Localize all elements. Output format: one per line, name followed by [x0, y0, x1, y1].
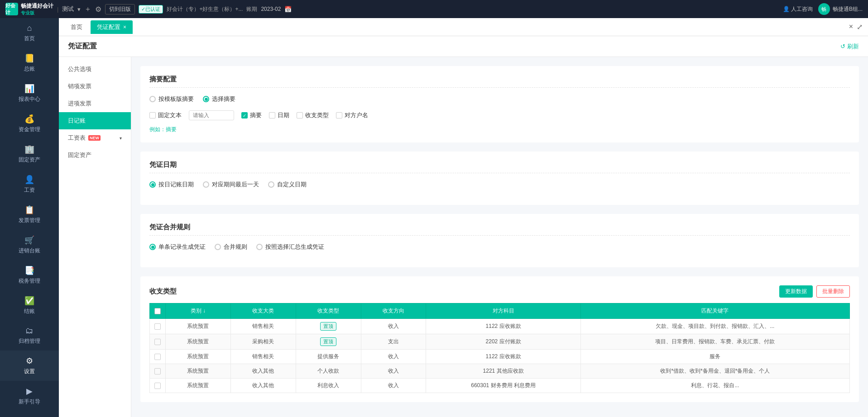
col-header-big-type: 收支大类 [230, 303, 296, 319]
sidebar-label-purchase: 进销台账 [19, 247, 40, 255]
tab-home[interactable]: 首页 [64, 20, 89, 34]
page-header: 凭证配置 ↺ 刷新 [59, 36, 868, 57]
funds-icon: 💰 [24, 114, 34, 124]
checkbox-box-expense [297, 112, 303, 118]
row-checkbox[interactable] [154, 339, 161, 345]
col-header-category: 类别 ↓ [166, 303, 231, 319]
cell-direction: 收入 [361, 350, 426, 364]
radio-circle-merge [215, 244, 221, 250]
update-data-btn[interactable]: 更新数据 [779, 285, 813, 298]
sidebar-item-invoice[interactable]: 📋 发票管理 [0, 199, 59, 230]
sidebar-item-member[interactable]: ♦ 畅会员 [0, 411, 59, 417]
income-expense-section: 收支类型 更新数据 批量删除 [140, 276, 859, 402]
refresh-btn[interactable]: ↺ 刷新 [840, 43, 859, 51]
salary-icon: 👤 [24, 175, 34, 185]
checkbox-date[interactable]: 日期 [269, 111, 289, 119]
page-title: 凭证配置 [68, 42, 97, 51]
period-value: 2023-02 [261, 6, 281, 12]
sidebar-item-assets[interactable]: 🏢 固定资产 [0, 139, 59, 169]
checkbox-row: 固定文本 ✓ 摘要 日期 [149, 110, 850, 120]
dropdown-arrow[interactable]: ▾ [77, 6, 81, 13]
cell-category: 系统预置 [166, 364, 231, 379]
left-nav-purchase-invoice[interactable]: 进项发票 [59, 95, 131, 112]
row-checkbox[interactable] [154, 383, 161, 389]
tab-close-window-icon[interactable]: × [849, 23, 853, 31]
checkbox-box-fixed [149, 112, 156, 118]
sidebar-label-home: 首页 [24, 35, 35, 43]
left-nav-payroll[interactable]: 工资表 NEW ▾ [59, 129, 131, 147]
sidebar-item-archive[interactable]: 🗂 归档管理 [0, 321, 59, 351]
cell-keywords: 项目、日常费用、报销款、车费、承兑汇票、付款 [580, 334, 849, 350]
radio-template[interactable]: 按模板版摘要 [149, 95, 194, 103]
left-nav-public[interactable]: 公共选项 [59, 61, 131, 78]
home-icon: ⌂ [27, 24, 32, 33]
table-row: 系统预置收入其他个人收款收入1221 其他应收款收到*借款、收到*备用金、退回*… [150, 364, 850, 379]
calendar-icon[interactable]: 📅 [284, 6, 292, 13]
cell-keywords: 收到*借款、收到*备用金、退回*备用金、个人 [580, 364, 849, 379]
sidebar-item-funds[interactable]: 💰 资金管理 [0, 109, 59, 139]
checkbox-summary[interactable]: ✓ 摘要 [241, 111, 262, 119]
row-checkbox[interactable] [154, 354, 161, 360]
sidebar-item-home[interactable]: ⌂ 首页 [0, 18, 59, 48]
tab-voucher-config[interactable]: 凭证配置 × [91, 20, 133, 34]
date-radio-group: 按日记账日期 对应期间最后一天 自定义日期 [149, 180, 850, 189]
left-nav-journal[interactable]: 日记账 [59, 112, 131, 129]
col-header-keyword: 匹配关键字 [580, 303, 849, 319]
voucher-date-section: 凭证日期 按日记账日期 对应期间最后一天 [140, 152, 859, 205]
cell-big-type: 收入其他 [230, 364, 296, 379]
switch-old-btn[interactable]: 切到旧版 [105, 4, 135, 14]
table-row: 系统预置销售相关置顶收入1122 应收账款欠款、现金、项目款、到付款、报销款、汇… [150, 319, 850, 334]
sidebar-item-reports[interactable]: 📊 报表中心 [0, 78, 59, 109]
radio-merge-rule[interactable]: 合并规则 [215, 243, 247, 251]
cell-category: 系统预置 [166, 350, 231, 364]
expand-arrow-icon: ▾ [120, 136, 122, 141]
header-checkbox[interactable] [154, 308, 161, 314]
cell-keywords: 欠款、现金、项目款、到付款、报销款、汇入、... [580, 319, 849, 334]
radio-single[interactable]: 单条记录生成凭证 [149, 243, 206, 251]
cell-big-type: 销售相关 [230, 319, 296, 334]
radio-period-last[interactable]: 对应期间最后一天 [203, 180, 259, 189]
period-label: 账期 [246, 5, 257, 13]
cell-big-type: 采购相关 [230, 334, 296, 350]
reports-icon: 📊 [24, 84, 34, 94]
checkbox-expense-type[interactable]: 收支类型 [297, 111, 329, 119]
batch-delete-btn[interactable]: 批量删除 [816, 285, 850, 298]
radio-summary-gen[interactable]: 按照选择汇总生成凭证 [256, 243, 324, 251]
left-nav-sales-invoice[interactable]: 销项发票 [59, 78, 131, 95]
left-nav-fixed-assets[interactable]: 固定资产 [59, 147, 131, 164]
sidebar-item-guide[interactable]: ▶ 新手引导 [0, 381, 59, 411]
radio-circle-summary-gen [256, 244, 263, 250]
test-label: 测试 [62, 5, 74, 13]
row-checkbox[interactable] [154, 323, 161, 330]
radio-circle-select [203, 96, 209, 102]
cell-category: 系统预置 [166, 319, 231, 334]
cell-direction: 收入 [361, 364, 426, 379]
sidebar-item-ledger[interactable]: 📒 总账 [0, 48, 59, 78]
tab-expand-icon[interactable]: ⤢ [857, 23, 863, 31]
two-col: 公共选项 销项发票 进项发票 日记账 工资表 NEW ▾ [59, 57, 868, 417]
brand-icon: 好会计 [5, 3, 18, 15]
example-text: 例如：摘要 [149, 126, 850, 133]
consult-label[interactable]: 👤 人工咨询 [783, 5, 813, 13]
sidebar-label-salary: 工资 [24, 186, 35, 194]
settings-icon[interactable]: ⚙ [95, 5, 101, 14]
sidebar-item-tax[interactable]: 📑 税务管理 [0, 260, 59, 290]
radio-custom-date[interactable]: 自定义日期 [268, 180, 307, 189]
fixed-text-input[interactable] [189, 110, 234, 120]
sidebar-item-checkout[interactable]: ✅ 结账 [0, 290, 59, 321]
sidebar-label-reports: 报表中心 [19, 95, 40, 103]
summary-config-title: 摘要配置 [149, 75, 850, 88]
radio-select[interactable]: 选择摘要 [203, 95, 235, 103]
checkbox-box-counterparty [336, 112, 342, 118]
invoice-icon: 📋 [24, 205, 34, 215]
sidebar-item-settings[interactable]: ⚙ 设置 [0, 351, 59, 381]
tabs-actions: × ⤢ [849, 23, 863, 31]
checkbox-counterparty[interactable]: 对方户名 [336, 111, 368, 119]
row-checkbox[interactable] [154, 368, 161, 374]
sidebar-item-salary[interactable]: 👤 工资 [0, 169, 59, 199]
sidebar-item-purchase[interactable]: 🛒 进销台账 [0, 230, 59, 260]
add-icon[interactable]: ＋ [84, 5, 91, 14]
radio-journal-date[interactable]: 按日记账日期 [149, 180, 194, 189]
tab-close-icon[interactable]: × [123, 24, 126, 30]
checkbox-fixed-text[interactable]: 固定文本 [149, 111, 182, 119]
